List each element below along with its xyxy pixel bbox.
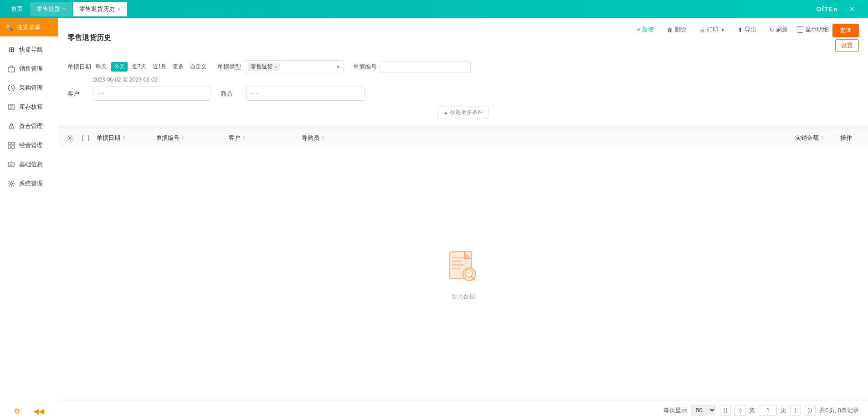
sidebar-item-sales[interactable]: 销售管理	[0, 59, 58, 78]
toolbar: + 新增 🗑 删除 🖨 打印 ▼ ⬆ 导出	[633, 24, 829, 36]
per-page-label: 每页显示	[663, 406, 687, 415]
refresh-button[interactable]: ↻ 刷新	[765, 24, 791, 36]
sidebar-item-quick-nav[interactable]: ⊞ 快捷导航	[0, 40, 58, 59]
bill-no-sort-icon[interactable]: ⇅	[181, 135, 185, 140]
add-button[interactable]: + 新增	[633, 24, 657, 36]
total-info: 共0页, 0条记录	[819, 406, 859, 415]
guide-sort-icon[interactable]: ⇅	[321, 135, 325, 140]
th-amount-label: 实销金额	[795, 134, 819, 142]
bill-no-input[interactable]	[380, 61, 471, 72]
sidebar-item-system[interactable]: 系统管理	[0, 174, 58, 193]
svg-rect-7	[8, 146, 11, 149]
date-btn-7days[interactable]: 近7天	[130, 62, 148, 72]
topbar-right: OfTEn ×	[816, 5, 854, 14]
pagination: 每页显示 10 20 50 100 ⟨⟨ ⟨ 第 页 ⟩ ⟩⟩ 共0页, 0条记…	[58, 400, 868, 420]
window-close-button[interactable]: ×	[849, 5, 854, 14]
th-guide-label: 导购员	[302, 134, 319, 142]
sidebar-item-finance[interactable]: 资金管理	[0, 117, 58, 136]
display-detail-toggle[interactable]: 显示明细	[797, 26, 829, 34]
tab-home[interactable]: 首页	[5, 2, 29, 16]
bill-type-label: 单据类型	[217, 63, 241, 71]
customer-select[interactable]: ···	[93, 87, 211, 101]
bill-type-arrow-icon: ▾	[337, 63, 340, 70]
sidebar-item-basic-info[interactable]: 基础信息	[0, 155, 58, 174]
th-bill-no-label: 单据编号	[156, 134, 180, 142]
sidebar-search[interactable]: 🔍 搜索菜单	[0, 18, 58, 36]
sidebar-item-inventory[interactable]: 库存核算	[0, 97, 58, 117]
th-date-label: 单据日期	[97, 134, 120, 142]
sidebar-item-purchase[interactable]: 采购管理	[0, 78, 58, 97]
next-page-button[interactable]: ⟩	[790, 405, 801, 416]
collapse-filter-button[interactable]: ▲ 收起更多条件	[437, 106, 489, 118]
collapse-icon: ▲	[443, 109, 449, 116]
bill-no-label: 单据编号	[353, 63, 377, 71]
sidebar-item-label-purchase: 采购管理	[19, 84, 43, 92]
prev-page-button[interactable]: ⟨	[734, 405, 745, 416]
tab-home-label: 首页	[11, 5, 23, 13]
date-shortcuts: 昨天 今天 近7天 近1月 更多 自定义	[94, 62, 208, 72]
svg-rect-16	[452, 268, 460, 269]
customer-filter-item: 客户 ···	[67, 87, 211, 101]
sidebar: 🔍 搜索菜单 ⊞ 快捷导航 销售管理 采购管理	[0, 18, 58, 420]
bill-type-tag-close[interactable]: ×	[274, 64, 277, 70]
audio-bottom-icon[interactable]: ◀◀	[33, 407, 44, 415]
date-btn-more[interactable]: 更多	[171, 62, 185, 72]
tab-retail-return-history-close[interactable]: ×	[118, 6, 120, 12]
tab-retail-return-history[interactable]: 零售退货历史 ×	[73, 2, 127, 16]
sidebar-item-label-quick-nav: 快捷导航	[19, 46, 43, 54]
filter-row-1: 单据日期 昨天 今天 近7天 近1月 更多 自定义 单据类型	[67, 60, 859, 73]
bill-type-select[interactable]: 零售退货 × ▾	[244, 60, 344, 73]
content-area: 零售退货历史 + 新增 🗑 删除 🖨 打印 ▼	[58, 18, 868, 420]
print-icon: 🖨	[699, 26, 705, 33]
sidebar-item-label-inventory: 库存核算	[19, 103, 43, 111]
tab-retail-return[interactable]: 零售退货 ×	[30, 2, 72, 16]
svg-point-11	[69, 137, 71, 139]
sidebar-item-operations[interactable]: 经营管理	[0, 136, 58, 155]
customer-dots: ···	[97, 89, 105, 98]
sidebar-item-label-basic-info: 基础信息	[19, 160, 43, 169]
settings-bottom-icon[interactable]: ⚙	[14, 407, 20, 415]
print-button[interactable]: 🖨 打印 ▼	[695, 24, 729, 36]
select-all-checkbox[interactable]	[82, 135, 89, 141]
search-icon: 🔍	[5, 24, 13, 31]
export-button[interactable]: ⬆ 导出	[734, 24, 760, 36]
th-action-label: 操作	[840, 134, 852, 142]
goods-select[interactable]: ···	[246, 87, 365, 101]
amount-sort-icon[interactable]: ⇅	[821, 135, 824, 140]
date-btn-today[interactable]: 今天	[111, 62, 128, 72]
tab-retail-return-close[interactable]: ×	[63, 6, 66, 12]
customer-sort-icon[interactable]: ⇅	[242, 135, 246, 140]
toolbar-right: 查询 设置	[832, 24, 859, 52]
table-body: 暂无数据	[58, 147, 868, 400]
date-filter-item: 单据日期 昨天 今天 近7天 近1月 更多 自定义	[67, 62, 208, 72]
top-bar: 首页 零售退货 × 零售退货历史 × OfTEn ×	[0, 0, 868, 18]
date-btn-yesterday[interactable]: 昨天	[94, 62, 108, 72]
page-size-select[interactable]: 10 20 50 100	[691, 405, 716, 415]
date-sort-icon[interactable]: ⇅	[122, 135, 126, 140]
date-btn-custom[interactable]: 自定义	[188, 62, 208, 72]
date-btn-1month[interactable]: 近1月	[151, 62, 169, 72]
first-page-button[interactable]: ⟨⟨	[720, 405, 731, 416]
settings-button[interactable]: 设置	[835, 39, 859, 52]
query-button[interactable]: 查询	[832, 24, 859, 37]
print-arrow-icon: ▼	[720, 27, 725, 32]
finance-icon	[7, 122, 15, 130]
page-word: 第	[749, 406, 755, 415]
bill-no-filter-item: 单据编号	[353, 61, 471, 72]
th-settings[interactable]	[62, 134, 78, 142]
th-action: 操作	[828, 134, 864, 142]
th-checkbox[interactable]	[78, 135, 93, 141]
delete-button[interactable]: 🗑 删除	[663, 24, 690, 36]
svg-rect-13	[452, 257, 465, 258]
tab-retail-return-label: 零售退货	[36, 5, 60, 13]
page-title-bar: 零售退货历史 + 新增 🗑 删除 🖨 打印 ▼	[67, 24, 859, 52]
goods-label: 商品	[221, 90, 243, 98]
delete-icon: 🗑	[667, 26, 673, 33]
display-detail-label: 显示明细	[805, 26, 829, 34]
last-page-button[interactable]: ⟩⟩	[805, 405, 816, 416]
svg-rect-14	[452, 261, 462, 262]
page-number-input[interactable]	[759, 405, 777, 416]
th-guide: 导购员 ⇅	[298, 134, 773, 142]
display-detail-checkbox[interactable]	[797, 26, 803, 33]
quick-nav-icon: ⊞	[7, 46, 15, 54]
